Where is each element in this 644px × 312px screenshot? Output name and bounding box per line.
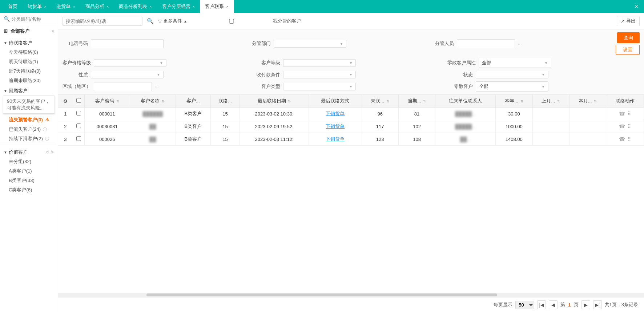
warning-icon: ⚠ <box>45 117 49 122</box>
cell-action-2: ☎ ⠿ <box>606 133 644 146</box>
sort-date-icon[interactable]: ⇅ <box>288 99 291 103</box>
nav-customer-contact[interactable]: 客户联系 × <box>200 0 233 13</box>
close-product-analysis-icon[interactable]: × <box>106 4 109 9</box>
filter-customer-grade-select[interactable]: ▼ <box>283 59 356 67</box>
scrollbar-thumb[interactable] <box>146 293 497 296</box>
nav-sales[interactable]: 销货单 × <box>23 0 51 13</box>
filter-cell-dept: 分管部门 ▼ <box>245 40 428 48</box>
next-page-button[interactable]: ▶ <box>581 300 590 309</box>
sidebar-search-input[interactable] <box>11 16 54 22</box>
contact-icon-1[interactable]: ☎ <box>619 123 625 129</box>
sort-overdue-icon[interactable]: ⇅ <box>423 99 426 103</box>
th-action: 联络动作 <box>606 95 644 108</box>
contact-icon-2[interactable]: ☎ <box>619 136 625 142</box>
sidebar-item-churn-warning[interactable]: 流失预警客户(3) ⚠ <box>0 115 58 125</box>
collapse-icon[interactable]: « <box>52 29 54 34</box>
filter-phone-input[interactable] <box>91 39 164 48</box>
filter-row-3: 性质 ▼ 收付款条件 ▼ 状态 <box>63 71 640 78</box>
refresh-icon[interactable]: ↺ <box>45 150 49 155</box>
more-action-icon-0[interactable]: ⠿ <box>627 111 631 117</box>
nav-home[interactable]: 首页 <box>3 0 23 13</box>
cell-thismonth-2 <box>569 133 606 146</box>
close-purchase-icon[interactable]: × <box>73 4 75 9</box>
sidebar-item-a-class[interactable]: A类客户(1) <box>0 166 58 176</box>
sidebar-divider <box>0 145 58 145</box>
sidebar-section-review[interactable]: ▼ 回顾客户 <box>0 85 58 96</box>
search-button[interactable]: 🔍 <box>147 18 154 24</box>
export-button[interactable]: ↗ 导出 <box>617 16 640 26</box>
close-all-button[interactable]: × <box>632 3 641 10</box>
sidebar-item-7days[interactable]: 近7天待联络(0) <box>0 66 58 76</box>
prev-page-button[interactable]: ◀ <box>549 300 558 309</box>
filter-retail-select[interactable]: 全部 ▼ <box>476 81 548 92</box>
sidebar-item-overdue[interactable]: 逾期未联络(30) <box>0 76 58 85</box>
nav-purchase[interactable]: 进货单 × <box>51 0 80 13</box>
row-checkbox-2[interactable] <box>76 136 81 141</box>
filter-dept-select[interactable]: ▼ <box>274 40 346 48</box>
horizontal-scrollbar[interactable] <box>58 293 644 297</box>
sidebar-item-c-class[interactable]: C类客户(6) <box>0 185 58 195</box>
cell-code-2: 000026 <box>84 133 130 146</box>
filter-payment-select[interactable]: ▼ <box>283 71 356 78</box>
row-checkbox-1[interactable] <box>76 123 81 128</box>
more-action-icon-2[interactable]: ⠿ <box>627 136 631 142</box>
sort-uncontacted-icon[interactable]: ⇅ <box>386 99 389 103</box>
close-product-list-icon[interactable]: × <box>149 4 152 9</box>
chevron-down-icon: ▼ <box>339 42 343 46</box>
filter-label-dept: 分管部门 <box>245 40 271 47</box>
sort-code-icon[interactable]: ⇅ <box>116 99 119 103</box>
sidebar-section-value[interactable]: ▼ 价值客户 ↺ ✎ <box>0 147 58 157</box>
filter-cell-customer-grade: 客户等级 ▼ <box>255 59 447 67</box>
query-button[interactable]: 查询 <box>617 32 640 43</box>
main-layout: 🔍 ⊞ 全部客户 « ▼ 待联络客户 今天待联络(0) 明天待联络(1) 近7天… <box>0 13 644 312</box>
cell-lastmonth-2 <box>532 133 569 146</box>
settings-button[interactable]: 设置 <box>616 45 640 55</box>
sidebar-item-ungrouped[interactable]: 未分组(32) <box>0 157 58 166</box>
more-filter-button[interactable]: ▽ 更多条件 ▲ <box>158 18 187 24</box>
filter-cell-person: 分管人员 ··· <box>428 39 611 48</box>
nav-product-analysis[interactable]: 商品分析 × <box>80 0 114 13</box>
sidebar-section-pending[interactable]: ▼ 待联络客户 <box>0 37 58 48</box>
sidebar-item-declining[interactable]: 持续下滑客户(2) ⓘ <box>0 134 58 143</box>
sort-thismonth-icon[interactable]: ⇅ <box>594 99 597 103</box>
filter-person-input[interactable] <box>457 39 515 48</box>
filter-retail-attr-select[interactable]: 全部 ▼ <box>479 58 551 68</box>
filter-nature-select[interactable]: ▼ <box>91 71 164 78</box>
first-page-button[interactable]: |◀ <box>537 300 546 309</box>
nav-product-list[interactable]: 商品分析列表 × <box>114 0 157 13</box>
nav-customer-segment[interactable]: 客户分层经营 × <box>157 0 200 13</box>
more-action-icon-1[interactable]: ⠿ <box>627 123 631 129</box>
row-checkbox-0[interactable] <box>76 111 81 116</box>
filter-customer-type-select[interactable]: ▼ <box>283 83 356 90</box>
contact-icon-0[interactable]: ☎ <box>619 111 625 117</box>
filter-price-grade-select[interactable]: ▼ <box>94 59 166 67</box>
per-page-select[interactable]: 50 100 200 <box>515 301 534 309</box>
filter-region-input[interactable] <box>94 82 152 91</box>
close-sales-icon[interactable]: × <box>44 4 46 9</box>
close-customer-contact-icon[interactable]: × <box>226 4 228 9</box>
my-customers-checkbox[interactable] <box>192 19 271 24</box>
sidebar-item-tomorrow[interactable]: 明天待联络(1) <box>0 57 58 66</box>
sort-year-icon[interactable]: ⇅ <box>520 99 523 103</box>
sort-name-icon[interactable]: ⇅ <box>162 99 165 103</box>
cell-code-1: 00030031 <box>84 120 130 133</box>
cell-overdue-2: 108 <box>398 133 435 146</box>
close-customer-segment-icon[interactable]: × <box>193 4 195 9</box>
last-page-button[interactable]: ▶| <box>593 300 602 309</box>
settings-icon[interactable]: ⚙ <box>63 98 68 104</box>
filter-region-dots[interactable]: ··· <box>152 84 162 89</box>
edit-icon[interactable]: ✎ <box>51 150 54 155</box>
sidebar-item-today[interactable]: 今天待联络(0) <box>0 48 58 57</box>
filter-status-select[interactable]: ▼ <box>476 71 548 78</box>
filter-cell-phone: 电话号码 <box>63 39 245 48</box>
sort-lastmonth-icon[interactable]: ⇅ <box>557 99 560 103</box>
filter-cell-retail-attr: 零散客户属性 全部 ▼ <box>447 58 640 68</box>
filter-person-dots[interactable]: ··· <box>515 41 525 46</box>
cell-num-0: 1 <box>58 108 73 120</box>
sidebar-all-customers[interactable]: ⊞ 全部客户 « <box>0 25 58 37</box>
sidebar-item-churned[interactable]: 已流失客户(24) ⓘ <box>0 125 58 134</box>
search-input[interactable] <box>63 17 142 26</box>
my-customers-checkbox-label[interactable]: 我分管的客户 <box>192 18 301 24</box>
select-all-checkbox[interactable] <box>76 98 81 103</box>
sidebar-item-b-class[interactable]: B类客户(33) <box>0 176 58 185</box>
